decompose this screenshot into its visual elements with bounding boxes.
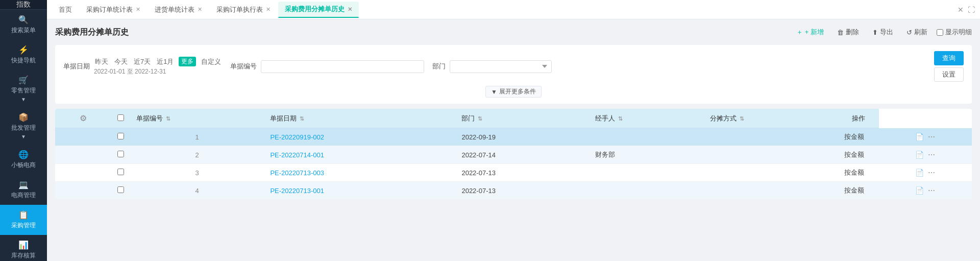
page-header: 采购费用分摊单历史 ＋ + 新增 🗑 删除 ⬆ 导出 ↺ 刷新 xyxy=(55,26,972,39)
cell-spacer xyxy=(55,146,111,164)
sidebar-label-wholesale: 批发管理 xyxy=(11,124,36,132)
chevron-down-icon: ▼ xyxy=(21,97,26,102)
tab-close-purchase-order-exec[interactable]: ✕ xyxy=(266,6,271,13)
main-area: 首页 采购订单统计表 ✕ 进货单统计表 ✕ 采购订单执行表 ✕ 采购费用分摊单历… xyxy=(47,0,980,261)
shortcut-custom[interactable]: 自定义 xyxy=(200,57,222,66)
add-button[interactable]: ＋ + 新增 xyxy=(792,26,828,39)
more-icon[interactable]: ⋯ xyxy=(928,186,935,195)
search-button[interactable]: 查询 xyxy=(934,51,964,65)
docnum-link[interactable]: PE-20220919-002 xyxy=(270,133,324,141)
sidebar-item-inventory[interactable]: 📊 库存核算 xyxy=(0,235,47,261)
page-title: 采购费用分摊单历史 xyxy=(55,27,129,38)
filter-docnum: 单据编号 xyxy=(230,60,424,73)
tab-purchase-order-stat-label: 采购订单统计表 xyxy=(86,5,133,14)
docnum-link[interactable]: PE-20220713-001 xyxy=(270,187,324,195)
export-icon: ⬆ xyxy=(872,29,878,36)
table-container: ⚙ 单据编号 ⇅ 单据日期 ⇅ xyxy=(55,109,972,200)
add-label: + 新增 xyxy=(805,28,824,37)
show-detail-checkbox-label[interactable]: 显示明细 xyxy=(937,28,972,37)
sidebar: 指数 🔍 搜索菜单 ⚡ 快捷导航 🛒 零售管理 ▼ 📦 批发管理 ▼ 🌐 小畅电… xyxy=(0,0,47,261)
cell-handler xyxy=(704,164,838,182)
show-detail-checkbox[interactable] xyxy=(937,29,943,36)
cell-handler xyxy=(704,146,838,164)
cell-docnum: PE-20220713-001 xyxy=(264,182,455,200)
tab-inbound-stat[interactable]: 进货单统计表 ✕ xyxy=(148,2,209,18)
sidebar-item-purchase[interactable]: 📋 采购管理 xyxy=(0,205,47,235)
sort-split-icon[interactable]: ⇅ xyxy=(740,115,744,122)
row-checkbox[interactable] xyxy=(117,169,124,175)
edit-icon[interactable]: 📄 xyxy=(915,151,924,159)
filter-docnum-input[interactable] xyxy=(261,60,424,73)
table-row: 3 PE-20220713-003 2022-07-13 按金额 📄 ⋯ xyxy=(55,164,972,182)
shortcut-today[interactable]: 今天 xyxy=(113,57,129,66)
sidebar-item-ecommerce[interactable]: 💻 电商管理 xyxy=(0,175,47,205)
docnum-link[interactable]: PE-20220713-003 xyxy=(270,169,324,177)
cell-check[interactable] xyxy=(111,164,130,182)
sidebar-item-wholesale[interactable]: 📦 批发管理 ▼ xyxy=(0,107,47,145)
data-table: ⚙ 单据编号 ⇅ 单据日期 ⇅ xyxy=(55,109,972,200)
col-split-label: 分摊方式 xyxy=(710,114,737,122)
show-detail-label: 显示明细 xyxy=(945,28,972,37)
tab-cost-split-history-label: 采购费用分摊单历史 xyxy=(285,5,345,14)
row-checkbox[interactable] xyxy=(117,151,124,157)
select-all-checkbox[interactable] xyxy=(117,114,124,121)
col-header-handler: 经手人 ⇅ xyxy=(589,109,704,128)
cell-actions: 📄 ⋯ xyxy=(879,182,972,200)
tab-purchase-order-exec[interactable]: 采购订单执行表 ✕ xyxy=(210,2,277,18)
filter-dept-select[interactable]: 财务部 xyxy=(450,60,552,73)
sort-handler-icon[interactable]: ⇅ xyxy=(618,115,623,122)
page-container: 采购费用分摊单历史 ＋ + 新增 🗑 删除 ⬆ 导出 ↺ 刷新 xyxy=(47,19,980,261)
tab-close-inbound-stat[interactable]: ✕ xyxy=(198,6,202,13)
col-handler-label: 经手人 xyxy=(595,114,615,122)
refresh-button[interactable]: ↺ 刷新 xyxy=(902,26,932,39)
tab-cost-split-history[interactable]: 采购费用分摊单历史 ✕ xyxy=(278,2,359,18)
export-button[interactable]: ⬆ 导出 xyxy=(868,26,897,39)
cell-docnum: PE-20220919-002 xyxy=(264,128,455,146)
refresh-label: 刷新 xyxy=(914,28,927,37)
edit-icon[interactable]: 📄 xyxy=(915,133,924,141)
more-icon[interactable]: ⋯ xyxy=(928,133,935,141)
table-row: 4 PE-20220713-001 2022-07-13 按金额 📄 ⋯ xyxy=(55,182,972,200)
more-icon[interactable]: ⋯ xyxy=(928,151,935,159)
cell-spacer xyxy=(55,164,111,182)
sort-date-icon[interactable]: ⇅ xyxy=(300,115,304,122)
cell-check[interactable] xyxy=(111,182,130,200)
tab-home[interactable]: 首页 xyxy=(52,2,79,18)
delete-button[interactable]: 🗑 删除 xyxy=(833,26,863,39)
expand-button[interactable]: ▼ 展开更多条件 xyxy=(485,86,542,98)
cell-check[interactable] xyxy=(111,146,130,164)
docnum-link[interactable]: PE-20220714-001 xyxy=(270,151,324,159)
tab-close-purchase-order-stat[interactable]: ✕ xyxy=(136,6,140,13)
shortcut-7days[interactable]: 近7天 xyxy=(133,57,152,66)
expand-icon: ▼ xyxy=(491,88,497,96)
row-checkbox[interactable] xyxy=(117,186,124,193)
sidebar-label-quick-nav: 快捷导航 xyxy=(11,56,36,65)
settings-button[interactable]: 设置 xyxy=(934,67,964,82)
gear-icon[interactable]: ⚙ xyxy=(80,114,87,123)
sidebar-label-ecommerce-small: 小畅电商 xyxy=(11,161,36,170)
close-window-icon[interactable]: ✕ xyxy=(958,6,964,14)
cell-rownum: 3 xyxy=(130,164,264,182)
tab-bar: 首页 采购订单统计表 ✕ 进货单统计表 ✕ 采购订单执行表 ✕ 采购费用分摊单历… xyxy=(47,0,980,19)
cell-spacer xyxy=(55,128,111,146)
ecommerce-small-icon: 🌐 xyxy=(18,150,29,159)
shortcut-more[interactable]: 更多 xyxy=(179,57,196,66)
expand-label: 展开更多条件 xyxy=(499,87,536,96)
sidebar-item-search[interactable]: 🔍 搜索菜单 xyxy=(0,10,47,40)
sidebar-item-quick-nav[interactable]: ⚡ 快捷导航 xyxy=(0,40,47,70)
shortcut-1month[interactable]: 近1月 xyxy=(156,57,175,66)
sidebar-item-retail[interactable]: 🛒 零售管理 ▼ xyxy=(0,70,47,107)
tab-close-cost-split-history[interactable]: ✕ xyxy=(348,6,352,13)
sort-docnum-icon[interactable]: ⇅ xyxy=(166,115,170,122)
sort-dept-icon[interactable]: ⇅ xyxy=(478,115,482,122)
cell-dept xyxy=(589,128,704,146)
row-checkbox[interactable] xyxy=(117,133,124,139)
edit-icon[interactable]: 📄 xyxy=(915,169,924,177)
edit-icon[interactable]: 📄 xyxy=(915,186,924,195)
shortcut-yesterday[interactable]: 昨天 xyxy=(94,57,109,66)
maximize-icon[interactable]: ⛶ xyxy=(968,6,975,14)
tab-purchase-order-stat[interactable]: 采购订单统计表 ✕ xyxy=(80,2,147,18)
more-icon[interactable]: ⋯ xyxy=(928,169,935,177)
cell-check[interactable] xyxy=(111,128,130,146)
sidebar-item-ecommerce-small[interactable]: 🌐 小畅电商 xyxy=(0,145,47,175)
